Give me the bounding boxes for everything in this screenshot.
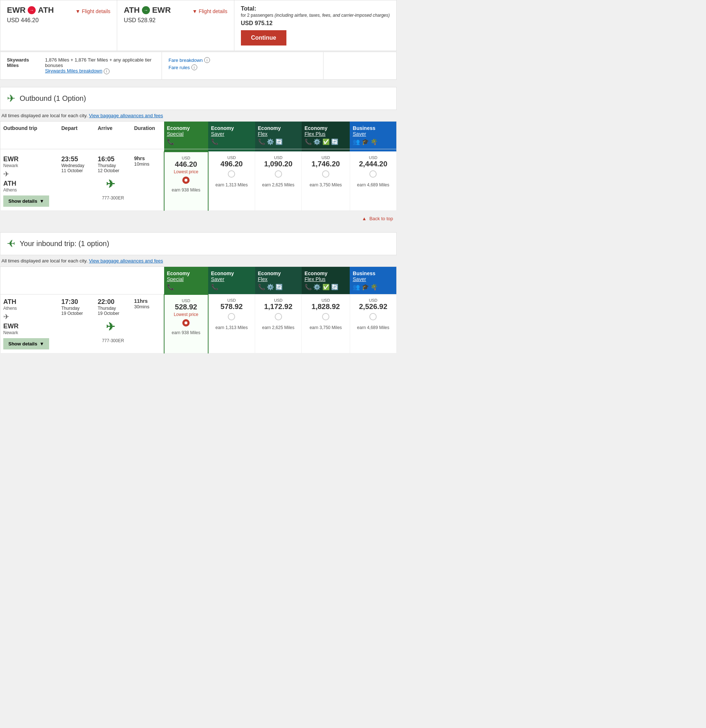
- outbound-price-eco-special[interactable]: USD 446.20 Lowest price earn 938 Miles: [164, 152, 208, 211]
- chevron-down-icon: ▼: [39, 198, 44, 204]
- inbound-to-code: EWR: [3, 322, 56, 330]
- fare-rules-link[interactable]: Fare rules i: [169, 64, 317, 70]
- outbound-show-details-button[interactable]: Show details ▼: [3, 195, 49, 207]
- fare-breakdown-link[interactable]: Fare breakdown i: [169, 57, 317, 63]
- inbound-from-code: ATH: [3, 298, 56, 306]
- biz-saver-icons: 👥 🎓 🌴: [353, 138, 393, 145]
- outbound-header: ✈ Outbound (1 Option): [0, 87, 397, 110]
- emirates-logo-icon: ✈: [105, 177, 121, 193]
- outbound-to-code: ATH: [3, 180, 56, 188]
- skywards-label: Skywards Miles: [7, 57, 38, 74]
- inbound-route: ATH → EWR: [124, 6, 171, 15]
- plane-icon: ✈: [3, 312, 56, 321]
- outbound-price-biz-saver[interactable]: USD 2,444.20 earn 4,689 Miles: [350, 152, 396, 211]
- skywards-breakdown-link[interactable]: Skywards Miles breakdown: [45, 68, 103, 74]
- col-header-depart-inbound: [59, 266, 95, 295]
- outbound-radio-eco-special[interactable]: [182, 176, 190, 184]
- total-section: Total: for 2 passengers (including airfa…: [234, 0, 396, 51]
- emirates-logo-icon: ✈: [105, 319, 121, 336]
- outbound-arrive-cell: 16:05 Thursday 12 October ✈ 777-300ER: [95, 152, 131, 211]
- outbound-arrive-day: Thursday: [98, 163, 128, 168]
- back-to-top[interactable]: ▲ Back to top: [0, 214, 397, 224]
- inbound-radio-eco-special[interactable]: [182, 319, 190, 326]
- col-header-duration: Duration: [131, 121, 164, 149]
- inbound-duration-hrs: 11hrs: [134, 298, 161, 304]
- color-bar-row: [0, 149, 397, 152]
- total-sub: for 2 passengers (including airfare, tax…: [241, 13, 390, 18]
- col-header-arrive: Arrive: [95, 121, 131, 149]
- outbound-route: EWR → ATH: [7, 6, 54, 15]
- inbound-baggage-link[interactable]: View baggage allowances and fees: [89, 258, 163, 264]
- inbound-summary: ATH → EWR ▼ Flight details USD 528.92: [117, 0, 234, 51]
- outbound-flight-row: EWR Newark ✈ ATH Athens Show details ▼ 2…: [0, 152, 397, 211]
- outbound-depart-day: Wednesday: [62, 163, 92, 168]
- outbound-price-eco-flex-plus[interactable]: USD 1,746.20 earn 3,750 Miles: [302, 152, 350, 211]
- plane-icon: ✈: [3, 170, 56, 178]
- inbound-aircraft-type: 777-300ER: [98, 338, 128, 343]
- inbound-radio-eco-flex[interactable]: [275, 313, 282, 320]
- outbound-from-code: EWR: [3, 155, 56, 163]
- outbound-title: Outbound (1 Option): [20, 94, 86, 103]
- outbound-flight-details[interactable]: ▼ Flight details: [75, 9, 110, 14]
- info-icon[interactable]: i: [191, 64, 197, 70]
- inbound-trip-cell: ATH Athens ✈ EWR Newark Show details ▼: [0, 295, 59, 354]
- outbound-price-eco-saver[interactable]: USD 496.20 earn 1,313 Miles: [208, 152, 255, 211]
- baggage-link[interactable]: View baggage allowances and fees: [89, 113, 163, 118]
- inbound-price-eco-saver[interactable]: USD 578.92 earn 1,313 Miles: [208, 295, 255, 354]
- plane-departing-icon: ✈: [7, 92, 15, 104]
- inbound-flight-details[interactable]: ▼ Flight details: [192, 9, 227, 14]
- eco-flex-plus-icons: 📞 ⚙️ ✅ 🔄: [305, 138, 347, 145]
- inbound-radio-eco-saver[interactable]: [228, 313, 235, 320]
- fare-header-eco-flex-inbound: Economy Flex 📞 ⚙️ 🔄: [255, 266, 302, 295]
- fare-header-eco-flex-plus: Economy Flex Plus 📞 ⚙️ ✅ 🔄: [302, 121, 350, 149]
- inbound-price-eco-flex-plus[interactable]: USD 1,828.92 earn 3,750 Miles: [302, 295, 350, 354]
- outbound-from: EWR: [7, 6, 26, 15]
- inbound-radio-biz-saver[interactable]: [370, 313, 377, 320]
- inbound-info-bar: All times displayed are local for each c…: [0, 258, 397, 264]
- info-icon[interactable]: i: [104, 68, 110, 74]
- outbound-to: ATH: [38, 6, 54, 15]
- inbound-radio-eco-flex-plus[interactable]: [322, 313, 329, 320]
- inbound-duration-cell: 11hrs 30mins: [131, 295, 164, 354]
- inbound-header: ✈ Your inbound trip: (1 option): [0, 232, 397, 255]
- svg-text:✈: ✈: [106, 321, 115, 333]
- continue-button[interactable]: Continue: [241, 30, 286, 45]
- fare-header-eco-flex-plus-inbound: Economy Flex Plus 📞 ⚙️ ✅ 🔄: [302, 266, 350, 295]
- inbound-arrive-date: 19 October: [98, 311, 128, 316]
- outbound-radio-eco-saver[interactable]: [228, 170, 235, 178]
- outbound-price-eco-flex[interactable]: USD 1,090.20 earn 2,625 Miles: [255, 152, 302, 211]
- outbound-from-name: Newark: [3, 163, 56, 168]
- col-header-arrive-inbound: [95, 266, 131, 295]
- inbound-depart-date: 19 October: [62, 311, 92, 316]
- inbound-arrive-time: 22:00: [98, 298, 128, 306]
- outbound-duration-cell: 9hrs 10mins: [131, 152, 164, 211]
- inbound-show-details-button[interactable]: Show details ▼: [3, 338, 49, 350]
- outbound-depart-time: 23:55: [62, 155, 92, 163]
- fare-header-biz-saver: Business Saver 👥 🎓 🌴: [350, 121, 396, 149]
- outbound-radio-biz-saver[interactable]: [370, 170, 377, 178]
- inbound-price-eco-special[interactable]: USD 528.92 Lowest price earn 938 Miles: [164, 295, 208, 354]
- fare-links: Fare breakdown i Fare rules i: [162, 52, 323, 79]
- outbound-to-name: Athens: [3, 188, 56, 192]
- outbound-section: ✈ Outbound (1 Option) All times displaye…: [0, 87, 397, 224]
- info-icon[interactable]: i: [204, 57, 210, 63]
- svg-text:✈: ✈: [106, 178, 115, 190]
- outbound-radio-eco-flex[interactable]: [275, 170, 282, 178]
- inbound-price: USD 528.92: [124, 17, 227, 24]
- outbound-flight-table: Outbound trip Depart Arrive Duration Eco…: [0, 121, 397, 211]
- inbound-from-name: Athens: [3, 306, 56, 311]
- inbound-price-biz-saver[interactable]: USD 2,526.92 earn 4,689 Miles: [350, 295, 396, 354]
- chevron-up-icon: ▲: [362, 216, 367, 221]
- total-spacer: [323, 52, 396, 79]
- inbound-to-name: Newark: [3, 330, 56, 335]
- plane-arriving-icon: ✈: [7, 238, 15, 250]
- inbound-section: ✈ Your inbound trip: (1 option) All time…: [0, 232, 397, 354]
- chevron-down-icon: ▼: [75, 9, 81, 14]
- outbound-depart-date: 11 October: [62, 168, 92, 173]
- outbound-radio-eco-flex-plus[interactable]: [322, 170, 329, 178]
- outbound-price: USD 446.20: [7, 17, 110, 24]
- inbound-price-eco-flex[interactable]: USD 1,172.92 earn 2,625 Miles: [255, 295, 302, 354]
- outbound-aircraft-type: 777-300ER: [98, 195, 128, 201]
- eco-flex-icons: 📞 ⚙️ 🔄: [258, 138, 299, 145]
- fare-header-eco-special: Economy Special 📞: [164, 121, 208, 149]
